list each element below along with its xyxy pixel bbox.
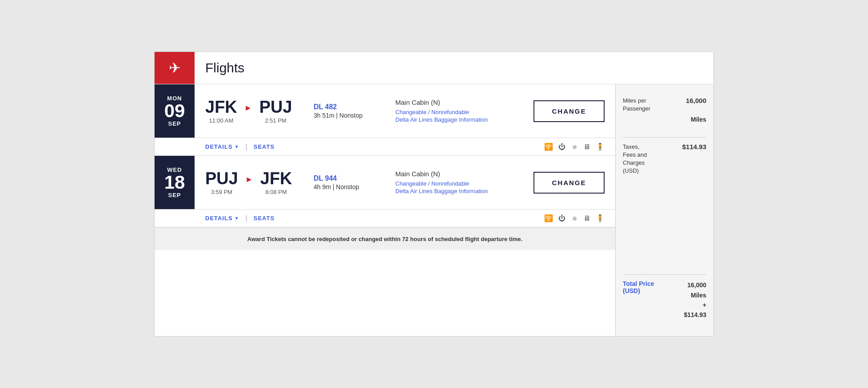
wifi-icon-2: 🛜 xyxy=(544,214,553,222)
flight-1-duration: 3h 51m | Nonstop xyxy=(314,112,385,119)
body-layout: MON 09 SEP JFK 11:00 AM ► PUJ 2:51 PM xyxy=(155,84,713,336)
flight-2-route: PUJ 3:59 PM ► JFK 8:08 PM xyxy=(205,170,303,195)
flight-1-amenities: 🛜 ⏻ ⨳ 🖥 🧍 xyxy=(544,143,605,151)
flight-1-section: MON 09 SEP JFK 11:00 AM ► PUJ 2:51 PM xyxy=(155,84,615,138)
screen-icon-2: 🖥 xyxy=(583,214,590,222)
total-miles-value: 16,000 xyxy=(687,281,706,289)
total-plus: + xyxy=(703,301,706,309)
flight-2-details-row: DETAILS ▼ | SEATS 🛜 ⏻ ⨳ 🖥 🧍 xyxy=(155,210,615,227)
flight-1-date: MON 09 SEP xyxy=(155,84,195,138)
flight-2-main: PUJ 3:59 PM ► JFK 8:08 PM DL 944 4h 9m |… xyxy=(195,156,615,209)
main-container: ✈ Flights MON 09 SEP JFK 11:00 AM xyxy=(154,51,714,337)
usb-icon: ⨳ xyxy=(571,143,578,151)
flight-1-day-num: 09 xyxy=(164,102,185,120)
flight-1-change-button[interactable]: CHANGE xyxy=(534,100,605,122)
flights-column: MON 09 SEP JFK 11:00 AM ► PUJ 2:51 PM xyxy=(155,84,616,336)
power-icon-2: ⏻ xyxy=(558,214,565,222)
flight-2-details: DL 944 4h 9m | Nonstop xyxy=(314,174,385,190)
flight-1-origin: JFK 11:00 AM xyxy=(205,99,237,124)
flight-2-changeable-link[interactable]: Changeable / Nonrefundable xyxy=(395,180,523,187)
flight-2-change-button[interactable]: CHANGE xyxy=(534,172,605,194)
screen-icon: 🖥 xyxy=(583,143,590,151)
taxes-label: Taxes,Fees andCharges(USD) xyxy=(623,143,647,175)
pricing-miles-section: Miles perPassenger 16,000 Miles xyxy=(623,93,706,133)
flight-1-details-link[interactable]: DETAILS ▼ xyxy=(205,143,239,150)
flight-1-details-label: DETAILS xyxy=(205,143,233,150)
flight-1-details: DL 482 3h 51m | Nonstop xyxy=(314,103,385,119)
flight-2-cabin-info: Main Cabin (N) Changeable / Nonrefundabl… xyxy=(395,170,523,195)
total-taxes-value: $114.93 xyxy=(684,311,706,318)
flight-2-amenities: 🛜 ⏻ ⨳ 🖥 🧍 xyxy=(544,214,605,222)
total-divider xyxy=(623,274,706,275)
taxes-value: $114.93 xyxy=(682,143,706,150)
chevron-down-icon-2: ▼ xyxy=(235,216,239,221)
flight-1-cabin-class: Main Cabin (N) xyxy=(395,99,523,106)
flight-1-changeable-link[interactable]: Changeable / Nonrefundable xyxy=(395,109,523,115)
page-title: Flights xyxy=(195,53,255,83)
details-divider: | xyxy=(246,143,247,151)
plane-icon: ✈ xyxy=(169,59,181,76)
seat-icon: 🧍 xyxy=(596,143,605,151)
pricing-column: Miles perPassenger 16,000 Miles Taxes,Fe… xyxy=(616,84,713,336)
power-icon: ⏻ xyxy=(558,143,565,151)
wifi-icon: 🛜 xyxy=(544,143,553,151)
flight-1-details-row: DETAILS ▼ | SEATS 🛜 ⏻ ⨳ 🖥 🧍 xyxy=(155,138,615,156)
chevron-down-icon: ▼ xyxy=(235,144,239,149)
details-divider-2: | xyxy=(246,214,247,222)
miles-per-passenger-row: Miles perPassenger 16,000 xyxy=(623,97,706,113)
flight-1-number: DL 482 xyxy=(314,103,385,111)
footer-text: Award Tickets cannot be redeposited or c… xyxy=(247,236,522,242)
flight-2-origin-code: PUJ xyxy=(205,170,238,187)
flight-2-origin: PUJ 3:59 PM xyxy=(205,170,238,195)
flight-1-destination: PUJ 2:51 PM xyxy=(259,99,292,124)
flight-2-month: SEP xyxy=(168,192,181,198)
route-arrow-icon: ► xyxy=(244,103,252,113)
usb-icon-2: ⨳ xyxy=(571,214,578,222)
flight-1-dest-code: PUJ xyxy=(259,99,292,115)
footer: Award Tickets cannot be redeposited or c… xyxy=(155,227,615,250)
flight-2-details-link[interactable]: DETAILS ▼ xyxy=(205,215,239,222)
flight-2-seats-link[interactable]: SEATS xyxy=(254,215,275,222)
total-price-label: Total Price(USD) xyxy=(623,280,654,294)
flight-2-number: DL 944 xyxy=(314,174,385,182)
flight-2-date: WED 18 SEP xyxy=(155,156,195,209)
flight-1-origin-code: JFK xyxy=(205,99,237,115)
flight-1-origin-time: 11:00 AM xyxy=(209,117,233,124)
miles-unit: Miles xyxy=(623,116,706,123)
flight-1-cabin-info: Main Cabin (N) Changeable / Nonrefundabl… xyxy=(395,99,523,124)
pricing-divider xyxy=(623,137,706,138)
miles-per-passenger-label: Miles perPassenger xyxy=(623,97,650,113)
flight-2-destination: JFK 8:08 PM xyxy=(260,170,292,195)
flight-2-baggage-link[interactable]: Delta Air Lines Baggage Information xyxy=(395,188,523,194)
flight-2-day-num: 18 xyxy=(164,173,185,192)
flight-1-main: JFK 11:00 AM ► PUJ 2:51 PM DL 482 3h 51m… xyxy=(195,84,615,138)
taxes-row: Taxes,Fees andCharges(USD) $114.93 xyxy=(623,143,706,175)
header-icon-box: ✈ xyxy=(155,52,195,84)
flight-1-baggage-link[interactable]: Delta Air Lines Baggage Information xyxy=(395,116,523,123)
total-miles-unit: Miles xyxy=(691,292,706,299)
flight-2-dest-code: JFK xyxy=(260,170,292,187)
flight-2-details-label: DETAILS xyxy=(205,215,233,222)
seat-icon-2: 🧍 xyxy=(596,214,605,222)
flight-2-section: WED 18 SEP PUJ 3:59 PM ► JFK 8:08 PM xyxy=(155,156,615,210)
route-arrow-icon-2: ► xyxy=(245,175,253,184)
flight-2-cabin-class: Main Cabin (N) xyxy=(395,170,523,178)
flight-2-origin-time: 3:59 PM xyxy=(211,189,232,195)
flight-2-duration: 4h 9m | Nonstop xyxy=(314,183,385,190)
total-price-value: 16,000 Miles + $114.93 xyxy=(684,280,706,320)
miles-per-passenger-value: 16,000 xyxy=(686,97,706,104)
flight-1-month: SEP xyxy=(168,120,181,127)
flight-1-route: JFK 11:00 AM ► PUJ 2:51 PM xyxy=(205,99,303,124)
header: ✈ Flights xyxy=(155,52,713,84)
flight-1-dest-time: 2:51 PM xyxy=(265,117,286,124)
flight-1-seats-link[interactable]: SEATS xyxy=(254,143,275,150)
flight-2-dest-time: 8:08 PM xyxy=(265,189,287,195)
total-price-row: Total Price(USD) 16,000 Miles + $114.93 xyxy=(623,280,706,320)
